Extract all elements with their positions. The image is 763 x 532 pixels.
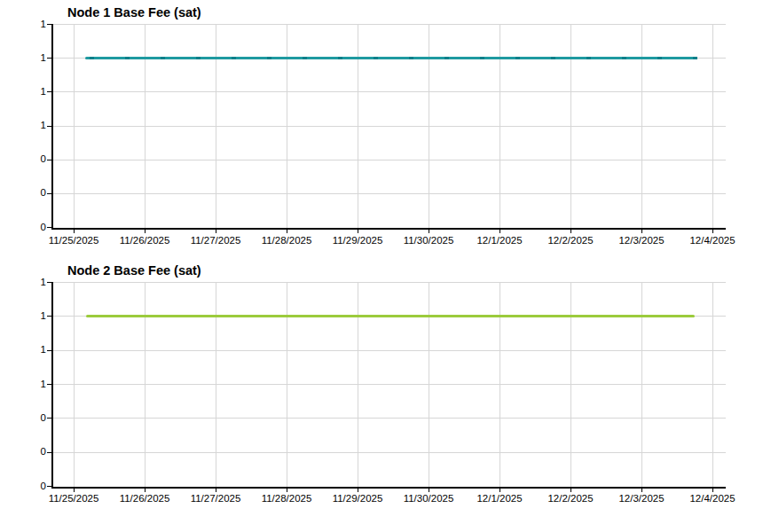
x-tick-label: 11/27/2025: [180, 493, 251, 504]
y-tick-label: 0: [25, 481, 46, 491]
x-tick-label: 11/29/2025: [322, 493, 393, 504]
x-axis-line: [51, 487, 726, 489]
gridline-h: [53, 452, 726, 453]
x-tick-label: 12/4/2025: [677, 493, 748, 504]
x-tick-label: 12/3/2025: [606, 493, 677, 504]
x-tick-label: 11/26/2025: [109, 493, 180, 504]
series-line: [86, 315, 695, 317]
x-tick-label: 12/2/2025: [535, 493, 606, 504]
y-tick-label: 0: [25, 446, 46, 457]
chart-node2-base-fee: Node 2 Base Fee (sat) 11/25/202511/26/20…: [0, 0, 763, 532]
gridline-h: [53, 418, 726, 419]
y-tick-label: 1: [25, 277, 46, 287]
x-tick-label: 11/25/2025: [38, 493, 109, 504]
chart-title: Node 2 Base Fee (sat): [67, 263, 201, 278]
gridline-h: [53, 282, 726, 283]
x-tick-label: 11/30/2025: [393, 493, 464, 504]
y-tick-label: 1: [25, 379, 46, 389]
y-tick-label: 0: [25, 412, 46, 423]
base-fee-charts-panel: Node 1 Base Fee (sat) 11/25/202511/26/20…: [0, 0, 763, 532]
y-axis-line: [51, 283, 53, 489]
y-tick-label: 1: [25, 344, 46, 355]
gridline-h: [53, 384, 726, 385]
gridline-h: [53, 350, 726, 351]
x-tick-label: 12/1/2025: [464, 493, 535, 504]
y-tick-label: 1: [25, 310, 46, 321]
x-tick-label: 11/28/2025: [251, 493, 322, 504]
